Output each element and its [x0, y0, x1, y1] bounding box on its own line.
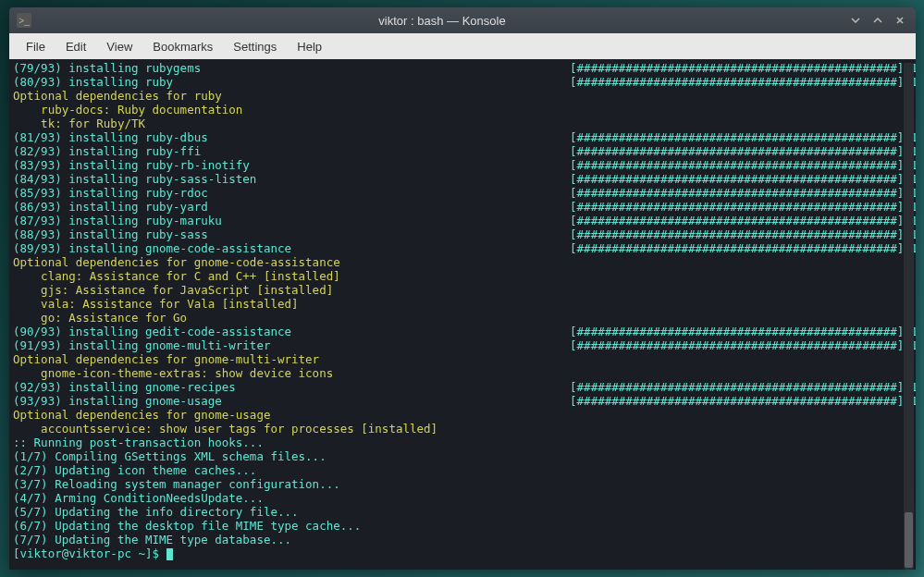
menu-edit[interactable]: Edit: [56, 36, 95, 57]
terminal-line: (82/93) installing ruby-ffi [###########…: [13, 144, 912, 158]
terminal-line: (88/93) installing ruby-sass [##########…: [13, 227, 912, 241]
menu-file[interactable]: File: [17, 36, 55, 57]
terminal-line: accountsservice: show user tags for proc…: [13, 422, 912, 436]
terminal-line: (85/93) installing ruby-rdoc [##########…: [13, 186, 912, 200]
terminal-line: tk: for Ruby/TK: [13, 117, 912, 130]
menu-bookmarks[interactable]: Bookmarks: [143, 36, 222, 57]
terminal-area[interactable]: (79/93) installing rubygems [###########…: [9, 59, 916, 570]
menu-help[interactable]: Help: [288, 36, 331, 57]
window-controls: [847, 12, 908, 29]
terminal-line: (84/93) installing ruby-sass-listen [###…: [13, 172, 912, 186]
terminal-line: gjs: Assistance for JavaScript [installe…: [13, 283, 912, 297]
terminal-line: go: Assistance for Go: [13, 311, 912, 325]
terminal-line: (6/7) Updating the desktop file MIME typ…: [13, 519, 912, 533]
window-title: viktor : bash — Konsole: [37, 14, 847, 28]
menubar: File Edit View Bookmarks Settings Help: [9, 33, 916, 59]
terminal-line: vala: Assistance for Vala [installed]: [13, 297, 912, 311]
terminal-line: Optional dependencies for gnome-code-ass…: [13, 255, 912, 269]
konsole-window: >_ viktor : bash — Konsole File Edit Vie…: [9, 7, 916, 570]
terminal-line: clang: Assistance for C and C++ [install…: [13, 269, 912, 283]
terminal-line: Optional dependencies for gnome-multi-wr…: [13, 352, 912, 366]
terminal-line: (92/93) installing gnome-recipes [######…: [13, 380, 912, 394]
terminal-line: (87/93) installing ruby-maruku [########…: [13, 214, 912, 227]
terminal-line: ruby-docs: Ruby documentation: [13, 103, 912, 117]
prompt-line[interactable]: [viktor@viktor-pc ~]$: [13, 546, 912, 560]
terminal-line: (7/7) Updating the MIME type database...: [13, 533, 912, 546]
terminal-line: Optional dependencies for ruby: [13, 89, 912, 103]
terminal-line: (80/93) installing ruby [###############…: [13, 75, 912, 89]
menu-settings[interactable]: Settings: [224, 36, 286, 57]
terminal-line: (90/93) installing gedit-code-assistance…: [13, 325, 912, 338]
terminal-line: (3/7) Reloading system manager configura…: [13, 477, 912, 491]
scrollbar[interactable]: [904, 63, 914, 570]
maximize-button[interactable]: [869, 12, 886, 29]
terminal-line: (83/93) installing ruby-rb-inotify [####…: [13, 158, 912, 172]
close-button[interactable]: [892, 12, 908, 29]
terminal-line: (2/7) Updating icon theme caches...: [13, 463, 912, 477]
minimize-button[interactable]: [847, 12, 864, 29]
terminal-line: :: Running post-transaction hooks...: [13, 436, 912, 449]
terminal-line: Optional dependencies for gnome-usage: [13, 408, 912, 422]
menu-view[interactable]: View: [97, 36, 142, 57]
cursor: [166, 548, 173, 560]
scrollbar-thumb[interactable]: [905, 512, 913, 568]
terminal-line: (5/7) Updating the info directory file..…: [13, 505, 912, 519]
terminal-line: (86/93) installing ruby-yard [##########…: [13, 200, 912, 214]
terminal-line: (1/7) Compiling GSettings XML schema fil…: [13, 449, 912, 463]
app-icon: >_: [17, 13, 31, 28]
terminal-line: (93/93) installing gnome-usage [########…: [13, 394, 912, 408]
titlebar[interactable]: >_ viktor : bash — Konsole: [9, 7, 916, 33]
terminal-line: (79/93) installing rubygems [###########…: [13, 61, 912, 75]
terminal-line: (89/93) installing gnome-code-assistance…: [13, 241, 912, 255]
terminal-line: (91/93) installing gnome-multi-writer [#…: [13, 338, 912, 352]
terminal-line: gnome-icon-theme-extras: show device ico…: [13, 366, 912, 380]
terminal-line: (4/7) Arming ConditionNeedsUpdate...: [13, 491, 912, 505]
terminal-line: (81/93) installing ruby-dbus [##########…: [13, 130, 912, 144]
